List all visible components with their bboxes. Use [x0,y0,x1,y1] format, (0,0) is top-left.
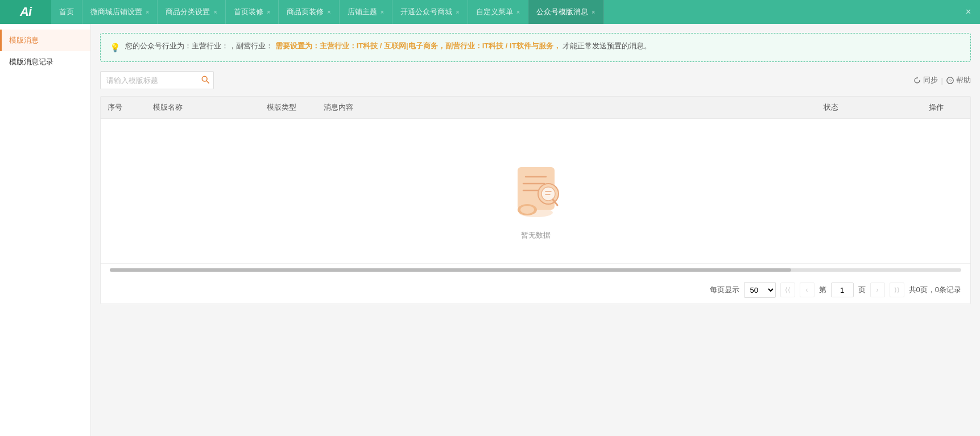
nav-tab-openstore-close[interactable]: × [456,9,459,15]
svg-point-7 [520,206,534,214]
empty-text: 暂无数据 [521,230,551,240]
nav-tab-productpage-close[interactable]: × [327,9,330,15]
nav-tab-theme-close[interactable]: × [381,9,384,15]
app-logo: Ai [0,0,51,24]
th-name: 模版名称 [146,102,260,113]
scrollbar-track[interactable] [110,268,961,272]
nav-tab-productpage-label: 商品页装修 [287,7,324,17]
sync-label: 同步 [923,75,938,85]
search-button[interactable] [201,76,209,85]
scrollbar-thumb [110,268,791,272]
nav-tab-home[interactable]: 首页 [51,0,82,24]
search-bar: 同步 | ? 帮助 [100,71,971,89]
sidebar-item-record[interactable]: 模版消息记录 [0,51,90,73]
notice-text: 您的公众号行业为：主营行业：，副营行业： 需要设置为：主营行业：IT科技 / 互… [125,40,651,52]
page-last-button[interactable]: ⟩⟩ [890,283,904,297]
sidebar-item-template[interactable]: 模版消息 [0,30,90,51]
nav-tab-category[interactable]: 商品分类设置 × [158,0,225,24]
main-layout: 模版消息 模版消息记录 💡 您的公众号行业为：主营行业：，副营行业： 需要设置为… [0,24,980,436]
scrollbar-wrap [101,263,970,276]
notice-suffix: 才能正常发送预置的消息。 [563,41,651,50]
nav-tab-theme-label: 店铺主题 [348,7,377,17]
data-table: 序号 模版名称 模版类型 消息内容 状态 操作 [100,96,971,304]
page-suffix: 页 [858,285,866,295]
nav-tab-templatemsg-label: 公众号模版消息 [536,7,588,17]
search-left [100,71,214,89]
per-page-label: 每页显示 [710,285,739,295]
nav-tab-openstore-label: 开通公众号商城 [400,7,452,17]
page-label: 第 [819,285,826,295]
sync-button[interactable]: 同步 [913,75,938,85]
table-header: 序号 模版名称 模版类型 消息内容 状态 操作 [101,97,970,119]
nav-tab-theme[interactable]: 店铺主题 × [340,0,392,24]
search-input[interactable] [100,71,214,89]
page-first-button[interactable]: ⟨⟨ [780,283,795,297]
nav-tab-weshop-close[interactable]: × [146,9,149,15]
svg-text:?: ? [949,78,952,83]
top-nav: Ai 首页 微商城店铺设置 × 商品分类设置 × 首页装修 × 商品页装修 × … [0,0,980,24]
page-prev-button[interactable]: ‹ [800,283,814,297]
nav-tab-homepage[interactable]: 首页装修 × [226,0,279,24]
page-next-button[interactable]: › [870,283,885,297]
nav-tab-homepage-close[interactable]: × [267,9,270,15]
nav-tab-category-close[interactable]: × [213,9,217,15]
help-label: 帮助 [956,75,971,85]
search-right-divider: | [941,76,943,85]
empty-icon [502,153,570,221]
nav-tab-weshop-label: 微商城店铺设置 [90,7,142,17]
pagination: 每页显示 50 10 20 100 ⟨⟨ ‹ 第 页 › ⟩⟩ 共0页，0条记录 [101,276,970,304]
svg-line-1 [206,81,209,83]
nav-tab-templatemsg-close[interactable]: × [592,9,595,15]
notice-prefix: 您的公众号行业为：主营行业：，副营行业： [125,41,273,50]
nav-tab-category-label: 商品分类设置 [166,7,210,17]
logo-text: Ai [20,5,31,19]
sidebar-item-template-label: 模版消息 [9,36,39,44]
close-all-button[interactable]: × [957,0,980,24]
th-seq: 序号 [101,102,146,113]
help-button[interactable]: ? 帮助 [946,75,971,85]
notice-highlight: 需要设置为：主营行业：IT科技 / 互联网|电子商务，副营行业：IT科技 / I… [275,41,561,50]
page-number-input[interactable] [831,283,854,297]
total-text: 共0页，0条记录 [909,285,961,295]
notice-banner: 💡 您的公众号行业为：主营行业：，副营行业： 需要设置为：主营行业：IT科技 /… [100,33,971,62]
th-status: 状态 [817,102,902,113]
svg-point-12 [541,187,555,201]
search-right: 同步 | ? 帮助 [913,75,971,85]
page-size-select[interactable]: 50 10 20 100 [744,282,776,298]
content-area: 💡 您的公众号行业为：主营行业：，副营行业： 需要设置为：主营行业：IT科技 /… [91,24,980,436]
nav-tab-custommenu[interactable]: 自定义菜单 × [468,0,528,24]
nav-tab-homepage-label: 首页装修 [234,7,263,17]
nav-tab-openstore[interactable]: 开通公众号商城 × [392,0,468,24]
bulb-icon: 💡 [110,41,121,55]
sidebar-item-record-label: 模版消息记录 [9,57,53,66]
th-action: 操作 [902,102,970,113]
nav-tab-productpage[interactable]: 商品页装修 × [279,0,339,24]
nav-tab-templatemsg[interactable]: 公众号模版消息 × [528,0,603,24]
empty-state: 暂无数据 [101,119,970,263]
sidebar: 模版消息 模版消息记录 [0,24,91,436]
th-type: 模版类型 [260,102,317,113]
nav-tab-custommenu-label: 自定义菜单 [476,7,513,17]
nav-tab-weshop[interactable]: 微商城店铺设置 × [82,0,158,24]
th-content: 消息内容 [317,102,817,113]
nav-tab-custommenu-close[interactable]: × [516,9,520,15]
search-input-wrap [100,71,214,89]
nav-tab-home-label: 首页 [59,7,74,17]
